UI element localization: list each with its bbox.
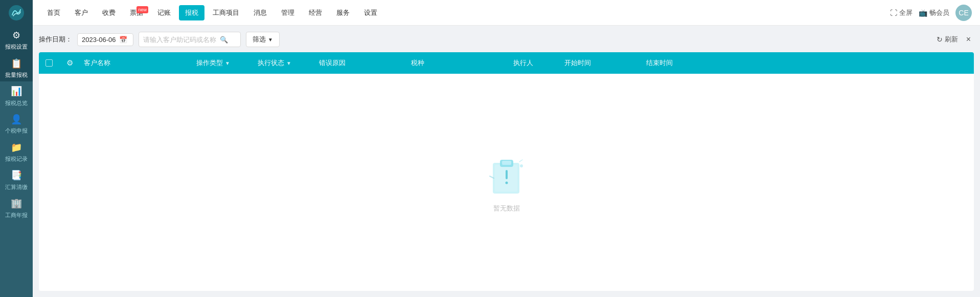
- nav-kehu[interactable]: 客户: [69, 5, 94, 20]
- search-box: 🔍: [139, 32, 241, 47]
- sidebar-logo: [0, 0, 33, 26]
- close-button[interactable]: ×: [963, 34, 974, 45]
- nav-baoshui[interactable]: 报税: [179, 5, 204, 20]
- th-exec-status[interactable]: 执行状态 ▼: [254, 58, 315, 68]
- th-tax-type: 税种: [407, 58, 509, 68]
- topnav-right-area: ⛶ 全屏 📺 畅会员 CE: [890, 5, 972, 21]
- sidebar-item-geshui-shenbao[interactable]: 👤 个税申报: [0, 110, 33, 138]
- chevron-down-icon: ▼: [268, 37, 273, 43]
- th-gear[interactable]: ⚙: [59, 58, 80, 68]
- empty-state: 暂无数据: [484, 152, 530, 213]
- baoshui-jilu-icon: 📁: [11, 142, 22, 154]
- sidebar-item-baoshui-jilu[interactable]: 📁 报税记录: [0, 138, 33, 166]
- th-checkbox[interactable]: [39, 59, 59, 67]
- main-area: 首页 客户 收费 票据 new 记账 报税 工商项目 消息 管理 经营 服务 设…: [33, 0, 980, 297]
- nav-fuwu[interactable]: 服务: [330, 5, 356, 20]
- svg-line-9: [519, 160, 522, 162]
- nav-xiaoxi[interactable]: 消息: [247, 5, 273, 20]
- th-customer-name: 客户名称: [80, 58, 192, 68]
- filter-button[interactable]: 筛选 ▼: [246, 32, 280, 47]
- date-picker[interactable]: 2023-06-06 📅: [77, 33, 133, 46]
- baoshui-zongllan-icon: 📊: [11, 86, 22, 97]
- nav-shouye[interactable]: 首页: [41, 5, 66, 20]
- data-table: ⚙ 客户名称 操作类型 ▼ 执行状态 ▼ 错误原因 税种 执行人 开始时间 结束…: [39, 52, 974, 291]
- empty-text: 暂无数据: [493, 204, 520, 213]
- fullscreen-icon: ⛶: [890, 9, 897, 17]
- nav-jingying[interactable]: 经营: [303, 5, 328, 20]
- table-header: ⚙ 客户名称 操作类型 ▼ 执行状态 ▼ 错误原因 税种 执行人 开始时间 结束…: [39, 52, 974, 74]
- svg-point-8: [520, 164, 523, 167]
- th-executor: 执行人: [509, 58, 560, 68]
- svg-rect-5: [506, 170, 508, 179]
- sidebar-item-baoshui-zongllan[interactable]: 📊 报税总览: [0, 81, 33, 110]
- nav-shezhi[interactable]: 设置: [358, 5, 383, 20]
- sidebar-item-huisuan-jiaonao[interactable]: 📑 汇算清缴: [0, 165, 33, 194]
- th-error-reason: 错误原因: [315, 58, 407, 68]
- app-logo-icon: [8, 5, 25, 21]
- refresh-button[interactable]: ↻ 刷新: [937, 35, 958, 44]
- search-icon[interactable]: 🔍: [220, 36, 228, 44]
- calendar-icon: 📅: [119, 36, 127, 44]
- nav-shoufei[interactable]: 收费: [96, 5, 122, 20]
- member-btn[interactable]: 📺 畅会员: [919, 8, 949, 17]
- svg-rect-4: [502, 161, 511, 165]
- date-label: 操作日期：: [39, 35, 72, 44]
- geshui-shenbao-icon: 👤: [11, 114, 22, 125]
- sidebar-item-baoshui-shezhi[interactable]: ⚙ 报税设置: [0, 26, 33, 54]
- avatar[interactable]: CE: [955, 5, 972, 21]
- search-input[interactable]: [143, 36, 220, 44]
- gongshang-nianbao-icon: 🏢: [11, 198, 22, 209]
- sidebar-item-piliang-baoshui[interactable]: 📋 批量报税: [0, 54, 33, 82]
- empty-state-icon: [484, 152, 530, 198]
- nav-piaoju[interactable]: 票据 new: [124, 5, 149, 20]
- th-start-time: 开始时间: [560, 58, 642, 68]
- table-body: 暂无数据: [39, 74, 974, 291]
- piliang-baoshui-icon: 📋: [11, 58, 22, 70]
- member-icon: 📺: [919, 9, 927, 17]
- fullscreen-btn[interactable]: ⛶ 全屏: [890, 8, 913, 17]
- svg-point-0: [9, 5, 24, 20]
- page-content: 操作日期： 2023-06-06 📅 🔍 筛选 ▼ ↻ 刷新 ×: [33, 26, 980, 297]
- th-operation-type[interactable]: 操作类型 ▼: [192, 58, 254, 68]
- sidebar: ⚙ 报税设置 📋 批量报税 📊 报税总览 👤 个税申报 📁 报税记录 📑 汇算清…: [0, 0, 33, 297]
- sidebar-item-gongshang-nianbao[interactable]: 🏢 工商年报: [0, 194, 33, 222]
- nav-guanli[interactable]: 管理: [275, 5, 301, 20]
- svg-point-6: [505, 182, 508, 184]
- sort-operation-type-icon: ▼: [225, 60, 230, 66]
- sort-exec-status-icon: ▼: [286, 60, 291, 66]
- date-value: 2023-06-06: [82, 36, 116, 44]
- top-navigation: 首页 客户 收费 票据 new 记账 报税 工商项目 消息 管理 经营 服务 设…: [33, 0, 980, 26]
- new-badge: new: [136, 6, 148, 13]
- refresh-icon: ↻: [937, 35, 943, 44]
- baoshui-shezhi-icon: ⚙: [12, 30, 20, 41]
- nav-gongshang[interactable]: 工商项目: [207, 5, 245, 20]
- nav-items: 首页 客户 收费 票据 new 记账 报税 工商项目 消息 管理 经营 服务 设…: [41, 5, 890, 20]
- toolbar: 操作日期： 2023-06-06 📅 🔍 筛选 ▼ ↻ 刷新 ×: [39, 32, 974, 47]
- select-all-checkbox[interactable]: [45, 59, 53, 67]
- nav-zhang[interactable]: 记账: [151, 5, 177, 20]
- th-end-time: 结束时间: [642, 58, 714, 68]
- huisuan-icon: 📑: [11, 169, 22, 181]
